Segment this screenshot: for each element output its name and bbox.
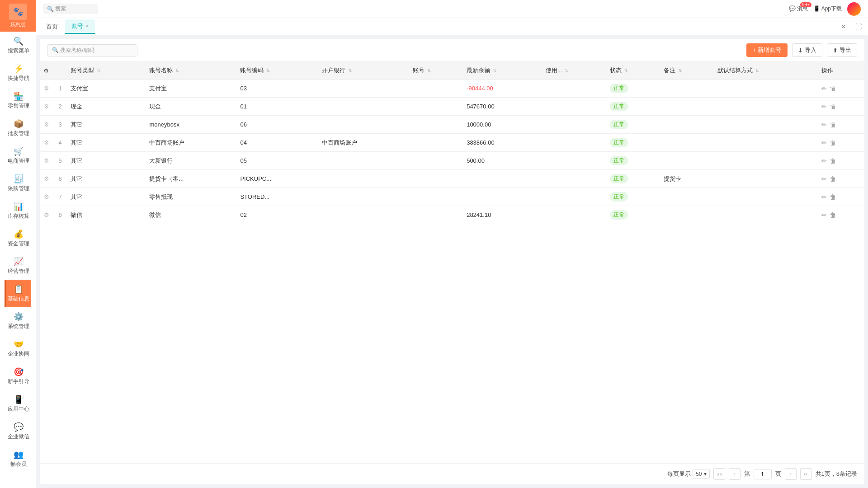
sidebar-item-search-menu[interactable]: 🔍 搜索菜单	[5, 32, 31, 59]
sidebar-item-enterprise-wechat[interactable]: 💬 企业微信	[5, 418, 31, 445]
page-unit: 页	[775, 470, 781, 478]
top-search[interactable]: 🔍 搜索	[43, 4, 98, 14]
edit-btn-7[interactable]: ✏	[821, 211, 827, 219]
col-remark[interactable]: 备注 ⇅	[660, 62, 714, 80]
col-status[interactable]: 状态 ⇅	[606, 62, 660, 80]
row-gear-3[interactable]: ⚙	[40, 134, 53, 152]
row-gear-7[interactable]: ⚙	[40, 206, 53, 224]
sidebar-item-member[interactable]: 👥 畅会员	[5, 445, 31, 473]
delete-btn-7[interactable]: 🗑	[830, 211, 836, 219]
row-actions-2: ✏ 🗑	[818, 116, 864, 134]
row-status-0: 正常	[606, 80, 660, 98]
sidebar-item-wholesale[interactable]: 📦 批发管理	[5, 114, 31, 142]
row-num-0: 1	[53, 80, 67, 98]
edit-btn-3[interactable]: ✏	[821, 139, 827, 146]
next-page-button[interactable]: ›	[785, 468, 797, 480]
tab-home[interactable]: 首页	[40, 19, 64, 34]
page-number-input[interactable]	[754, 469, 772, 479]
row-status-4: 正常	[606, 152, 660, 170]
row-gear-4[interactable]: ⚙	[40, 152, 53, 170]
export-icon: ⬆	[833, 47, 838, 54]
tab-account[interactable]: 账号×	[65, 19, 95, 34]
restore-tab-icon[interactable]: ⛶	[853, 22, 864, 32]
sidebar-item-label: 系统管理	[8, 323, 29, 330]
row-type-0: 支付宝	[67, 80, 146, 98]
sidebar-item-label: 搜索菜单	[8, 47, 29, 55]
search-menu-icon: 🔍	[14, 36, 24, 46]
search-placeholder-text: 搜索名称/编码	[60, 47, 94, 54]
prev-page-button[interactable]: ‹	[729, 468, 741, 480]
close-tab-icon[interactable]: ✕	[838, 22, 849, 32]
row-code-7: 02	[236, 206, 318, 224]
sidebar-item-operations[interactable]: 📈 经营管理	[5, 252, 31, 280]
sidebar-item-ecommerce[interactable]: 🛒 电商管理	[5, 142, 31, 169]
row-usage-1	[542, 98, 606, 116]
row-actions-6: ✏ 🗑	[818, 188, 864, 206]
row-gear-0[interactable]: ⚙	[40, 80, 53, 98]
sidebar-item-company-agreement[interactable]: 🤝 企业协同	[5, 335, 31, 362]
delete-btn-5[interactable]: 🗑	[830, 175, 836, 183]
sidebar-item-app-center[interactable]: 📱 应用中心	[5, 390, 31, 418]
edit-btn-1[interactable]: ✏	[821, 103, 827, 110]
edit-btn-2[interactable]: ✏	[821, 121, 827, 128]
last-page-button[interactable]: ⏭	[800, 468, 812, 480]
sidebar-item-label: 库存核算	[8, 212, 29, 220]
sidebar-item-finance[interactable]: 💰 资金管理	[5, 225, 31, 252]
col-settings[interactable]: ⚙	[40, 62, 53, 80]
row-gear-1[interactable]: ⚙	[40, 98, 53, 116]
close-tab-account[interactable]: ×	[86, 23, 89, 28]
sidebar-item-purchase[interactable]: 🧾 采购管理	[5, 169, 31, 197]
member-icon: 👥	[14, 450, 24, 460]
col-account[interactable]: 账号 ⇅	[409, 62, 463, 80]
app-download[interactable]: 📱 App下载	[813, 5, 842, 13]
delete-btn-3[interactable]: 🗑	[830, 139, 836, 146]
message-badge[interactable]: 💬 99+ 消息	[789, 5, 808, 13]
sidebar-item-new-guide[interactable]: 🎯 新手引导	[5, 362, 31, 390]
search-box[interactable]: 🔍 搜索名称/编码	[47, 44, 137, 56]
delete-btn-0[interactable]: 🗑	[830, 85, 836, 92]
sidebar-item-retail[interactable]: 🏪 零售管理	[5, 87, 31, 114]
sidebar-item-inventory[interactable]: 📊 库存核算	[5, 197, 31, 225]
edit-btn-5[interactable]: ✏	[821, 175, 827, 183]
edit-btn-6[interactable]: ✏	[821, 193, 827, 201]
row-default-settlement-4	[714, 152, 818, 170]
row-default-settlement-0	[714, 80, 818, 98]
sidebar-item-system[interactable]: ⚙️ 系统管理	[5, 307, 31, 335]
col-usage[interactable]: 使用... ⇅	[542, 62, 606, 80]
col-default-settlement[interactable]: 默认结算方式 ⇅	[714, 62, 818, 80]
col-type[interactable]: 账号类型 ⇅	[67, 62, 146, 80]
row-name-2: moneybosx	[146, 116, 236, 134]
col-code[interactable]: 账号编码 ⇅	[236, 62, 318, 80]
row-gear-5[interactable]: ⚙	[40, 170, 53, 188]
row-remark-2	[660, 116, 714, 134]
import-button[interactable]: ⬇ 导入	[792, 43, 822, 57]
row-gear-2[interactable]: ⚙	[40, 116, 53, 134]
col-balance[interactable]: 最新余额 ⇅	[463, 62, 542, 80]
row-account-0	[409, 80, 463, 98]
col-bank[interactable]: 开户银行 ⇅	[318, 62, 409, 80]
row-num-3: 4	[53, 134, 67, 152]
system-icon: ⚙️	[14, 312, 24, 322]
avatar[interactable]	[847, 2, 861, 16]
delete-btn-6[interactable]: 🗑	[830, 193, 836, 201]
first-page-button[interactable]: ⏮	[713, 468, 725, 480]
sidebar-item-quick-nav[interactable]: ⚡ 快捷导航	[5, 59, 31, 87]
page-size-value: 50	[696, 471, 702, 477]
sidebar-item-basic-info[interactable]: 📋 基础信息	[5, 280, 31, 307]
col-name[interactable]: 账号名称 ⇅	[146, 62, 236, 80]
export-button[interactable]: ⬆ 导出	[827, 43, 857, 57]
row-gear-6[interactable]: ⚙	[40, 188, 53, 206]
row-usage-3	[542, 134, 606, 152]
row-name-6: 零售抵现	[146, 188, 236, 206]
app-name: 乐惠版	[10, 21, 25, 28]
edit-btn-4[interactable]: ✏	[821, 157, 827, 164]
page-size-select-box[interactable]: 50 ▾	[693, 469, 709, 479]
add-account-button[interactable]: + 新增账号	[746, 43, 788, 57]
edit-btn-0[interactable]: ✏	[821, 85, 827, 92]
delete-btn-1[interactable]: 🗑	[830, 103, 836, 110]
delete-btn-2[interactable]: 🗑	[830, 121, 836, 128]
delete-btn-4[interactable]: 🗑	[830, 157, 836, 164]
page-size-selector: 每页显示 50 ▾	[667, 469, 709, 479]
row-account-7	[409, 206, 463, 224]
status-badge-7: 正常	[610, 210, 628, 220]
